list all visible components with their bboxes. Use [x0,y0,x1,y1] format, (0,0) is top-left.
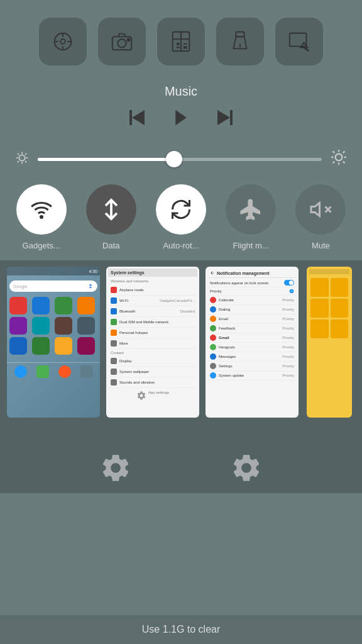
settings-item-bt: Bluetooth Disabled [108,306,197,317]
notif-settings: Settings Priority [207,362,297,371]
notif-calendar: Calendar Priority [207,296,297,305]
recent-apps-section: 4:30 Google [0,260,362,443]
settings-section2-mini: Content [108,350,197,356]
app-icon-10 [32,337,50,355]
toggle-wifi[interactable]: Gadgets... [13,184,70,250]
app-icon-9 [9,337,27,355]
prev-button[interactable] [127,108,147,130]
play-button[interactable] [172,109,190,129]
mute-circle [295,184,346,235]
notif-screen-thumbnail: Notification management Notifications ap… [206,267,299,418]
wifi-icon [30,198,53,221]
recent-app-home[interactable]: 4:30 Google [6,267,101,443]
sun-large-icon [331,149,347,165]
brightness-thumb[interactable] [166,151,182,167]
google-text: Google [13,284,87,289]
toggle-mute[interactable]: Mute [292,184,349,250]
recent-app-partial[interactable] [304,267,354,443]
svg-line-34 [25,153,26,154]
settings-item-hotspot: Personal hotspot [108,328,197,338]
toggle-data[interactable]: Data [83,184,140,250]
settings-bottom-icon: App settings [108,391,197,401]
app-icon-11 [55,337,72,355]
joystick-icon [51,30,75,53]
settings-item-more: More [108,338,197,349]
toggle-flight[interactable]: Flight m... [222,184,279,250]
screenshot-icon-btn[interactable] [275,18,323,65]
wifi-circle [16,184,67,235]
notif-sysupdate: System update Priority [207,371,297,380]
gear-button-2[interactable] [230,452,263,484]
notif-lock-toggle: Notifications appear on lock screen [207,279,297,287]
svg-marker-26 [217,110,230,125]
svg-marker-47 [311,203,320,216]
settings-item-airplane: Airplane mode [108,285,197,296]
svg-point-27 [19,155,25,160]
calculator-icon-btn[interactable] [157,18,205,65]
partial-screen-thumbnail [307,267,352,418]
app-icon-8 [77,317,95,335]
svg-point-36 [336,154,343,161]
settings-screen-thumbnail: System settings Wireless and networks Ai… [106,267,199,418]
autorotate-circle [156,184,206,235]
next-button[interactable] [215,108,235,130]
svg-rect-22 [129,110,132,125]
notif-feedback: Feedback Priority [207,324,297,333]
app-icon-2 [32,297,50,314]
mute-label: Mute [312,241,330,250]
settings-item-sounds: Sounds and vibration [108,377,197,388]
app-icon-6 [32,317,50,335]
wifi-label: Gadgets... [23,241,60,250]
autorotate-icon [170,198,192,221]
flight-label: Flight m... [233,241,269,250]
brightness-high-icon [331,149,347,169]
mini-google-bar: Google [9,280,97,292]
data-icon [100,198,123,221]
quick-launch-bar [0,0,362,78]
svg-line-35 [18,161,19,162]
calculator-icon [169,30,193,53]
dock-icon-4 [80,365,93,378]
music-section: Music [0,78,362,140]
settings-item-wifi: Wi-Fi GadgetsCanadaPri... [108,296,197,306]
settings-item-dual: Dual SIM and Mobile network [108,317,197,328]
svg-point-1 [60,39,65,44]
notif-priority: Priority [207,287,297,296]
gear-icon-1 [99,452,132,484]
flashlight-icon-btn[interactable] [216,18,264,65]
notif-header-mini: Notification management [217,271,270,275]
notif-gmail: Gmail Priority [207,333,297,343]
svg-point-8 [128,38,130,41]
home-app-grid [7,294,100,357]
app-icon-1 [9,297,27,314]
gear-icon-2 [230,452,263,484]
notif-dialing: Dialing Priority [207,305,297,314]
svg-point-7 [118,39,126,47]
recent-app-notifications[interactable]: Notification management Notifications ap… [205,267,299,443]
bottom-bar[interactable]: Use 1.1G to clear [0,615,362,644]
brightness-row [0,143,362,175]
camera-icon-btn[interactable] [98,18,146,65]
dock-icon-2 [36,365,49,378]
gadgets-icon-btn[interactable] [39,18,87,65]
svg-marker-24 [175,110,187,126]
svg-line-32 [18,153,19,154]
svg-rect-20 [290,33,307,47]
recent-app-settings[interactable]: System settings Wireless and networks Ai… [106,267,200,443]
toggle-autorotate[interactable]: Auto-rot... [153,184,209,250]
brightness-low-icon [15,151,29,168]
flashlight-icon [228,30,252,53]
gear-button-1[interactable] [99,452,132,484]
notif-email: Email Priority [207,314,297,324]
gear-row [0,443,362,493]
app-settings-label: App settings [148,391,169,401]
svg-line-44 [332,162,334,164]
brightness-slider[interactable] [38,158,322,161]
sun-small-icon [15,151,29,165]
back-arrow-mini [210,270,215,275]
music-title: Music [165,84,197,99]
settings-item-wallpaper: System wallpaper [108,367,197,377]
mini-statusbar-home: 4:30 [7,267,100,275]
settings-item-display: Display [108,356,197,367]
home-screen-thumbnail: 4:30 Google [7,267,100,418]
